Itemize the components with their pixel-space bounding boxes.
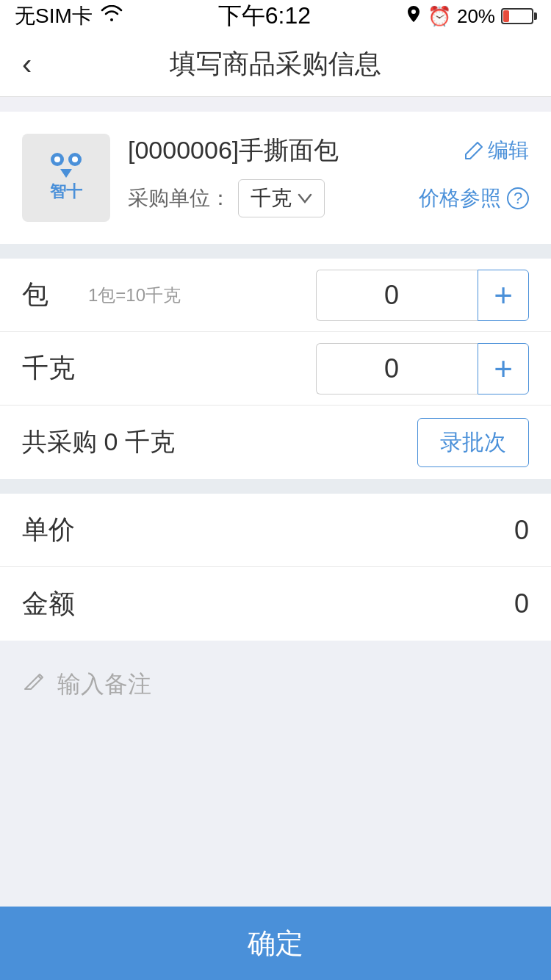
status-bar-left: 无SIM卡 (15, 2, 123, 30)
owl-eyes (51, 153, 82, 166)
bag-input-wrap: + (316, 270, 529, 321)
bag-input[interactable] (316, 270, 478, 321)
owl-text: 智十 (50, 181, 82, 203)
section-divider-2 (0, 479, 551, 494)
edit-label: 编辑 (488, 137, 529, 165)
carrier-label: 无SIM卡 (15, 2, 93, 30)
price-ref-button[interactable]: 价格参照 ? (419, 184, 529, 212)
unit-price-value: 0 (514, 515, 529, 546)
section-divider-1 (0, 244, 551, 259)
product-card: 智十 [0000006]手撕面包 编辑 采购单位： 千克 价格参照 ? (0, 112, 551, 244)
back-button[interactable]: ‹ (15, 40, 39, 88)
amount-row: 金额 0 (0, 567, 551, 641)
bag-plus-button[interactable]: + (478, 270, 529, 321)
kg-input[interactable] (316, 343, 478, 394)
alarm-icon: ⏰ (428, 5, 451, 28)
product-full-name: [0000006]手撕面包 (128, 134, 339, 167)
unit-select[interactable]: 千克 (238, 179, 325, 217)
status-bar-time: 下午6:12 (218, 0, 311, 32)
product-name-row: [0000006]手撕面包 编辑 (128, 134, 529, 167)
owl-right-eye (68, 153, 82, 166)
kg-label: 千克 (22, 350, 81, 386)
amount-value: 0 (514, 588, 529, 619)
purchase-unit-label: 采购单位： (128, 184, 231, 212)
bag-sublabel: 1包=10千克 (88, 284, 316, 307)
status-bar-right: ⏰ 20% (406, 5, 536, 28)
status-bar: 无SIM卡 下午6:12 ⏰ 20% (0, 0, 551, 32)
bag-input-row: 包 1包=10千克 + (0, 259, 551, 332)
location-icon (406, 5, 422, 28)
price-section: 单价 0 金额 0 (0, 494, 551, 641)
confirm-button[interactable]: 确定 (0, 907, 551, 980)
bag-label: 包 (22, 277, 81, 313)
unit-price-row: 单价 0 (0, 494, 551, 567)
remark-placeholder: 输入备注 (57, 669, 151, 701)
product-owl-logo: 智十 (50, 153, 82, 203)
nav-bar: ‹ 填写商品采购信息 (0, 32, 551, 97)
remark-section[interactable]: 输入备注 (0, 641, 551, 729)
battery-icon (501, 8, 536, 24)
amount-label: 金额 (22, 586, 75, 622)
unit-price-label: 单价 (22, 512, 75, 548)
owl-left-eye (51, 153, 64, 166)
price-ref-label: 价格参照 (419, 184, 501, 212)
edit-button[interactable]: 编辑 (464, 137, 529, 165)
purchase-unit-row: 采购单位： 千克 价格参照 ? (128, 179, 529, 217)
owl-beak (60, 169, 72, 178)
battery-percent: 20% (457, 5, 495, 28)
kg-input-row: 千克 + (0, 332, 551, 406)
input-section: 包 1包=10千克 + 千克 + (0, 259, 551, 406)
kg-input-wrap: + (316, 343, 529, 394)
page-title: 填写商品采购信息 (170, 46, 381, 82)
wifi-icon (100, 4, 123, 28)
pencil-icon (22, 670, 46, 699)
summary-row: 共采购 0 千克 录批次 (0, 406, 551, 479)
unit-value: 千克 (251, 184, 292, 212)
product-info: [0000006]手撕面包 编辑 采购单位： 千克 价格参照 ? (128, 134, 529, 217)
kg-plus-button[interactable]: + (478, 343, 529, 394)
summary-text: 共采购 0 千克 (22, 425, 175, 459)
help-icon: ? (507, 187, 529, 209)
product-image: 智十 (22, 134, 110, 222)
batch-button[interactable]: 录批次 (417, 418, 529, 467)
